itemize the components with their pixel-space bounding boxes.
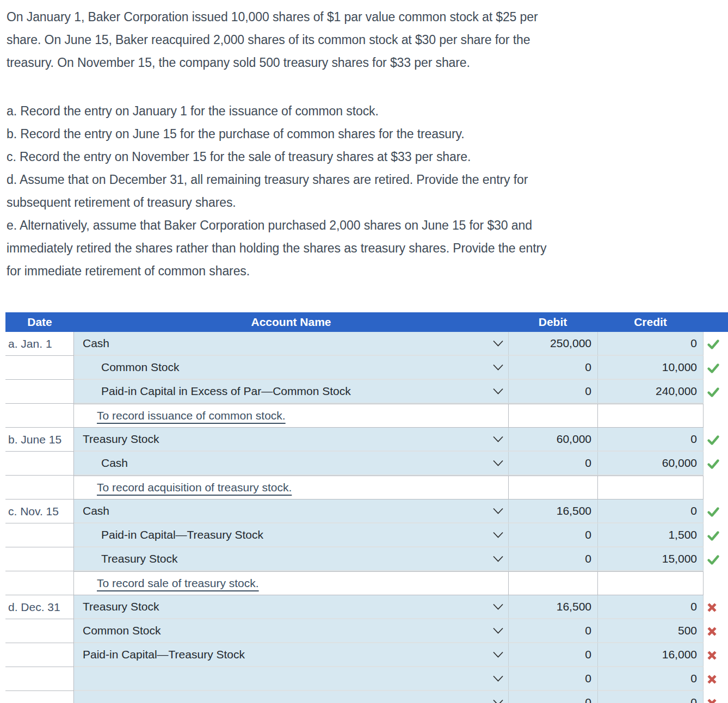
- credit-input[interactable]: 16,000: [597, 643, 704, 667]
- account-select[interactable]: Cash: [74, 332, 508, 356]
- debit-input[interactable]: 60,000: [508, 428, 597, 452]
- chevron-down-icon[interactable]: [492, 627, 504, 635]
- account-select[interactable]: Paid-in Capital—Treasury Stock: [74, 523, 508, 547]
- date-cell: [5, 476, 74, 499]
- correct-check-icon: [707, 505, 720, 518]
- debit-input[interactable]: 16,500: [508, 499, 597, 523]
- table-row: Common Stock 0 10,000: [5, 356, 728, 380]
- chevron-down-icon[interactable]: [492, 363, 504, 372]
- credit-input[interactable]: 0: [597, 667, 704, 691]
- account-select[interactable]: Cash: [74, 452, 508, 476]
- chevron-down-icon[interactable]: [492, 531, 504, 539]
- chevron-down-icon[interactable]: [492, 651, 504, 659]
- status-cell: [704, 571, 728, 595]
- correct-check-icon: [707, 529, 720, 542]
- status-cell: [704, 332, 728, 356]
- account-name: Common Stock: [101, 361, 180, 374]
- date-cell: [5, 452, 74, 476]
- debit-input[interactable]: 0: [508, 452, 597, 476]
- credit-input[interactable]: 15,000: [597, 547, 704, 571]
- account-select[interactable]: [74, 667, 508, 691]
- debit-cell-empty: [508, 404, 597, 428]
- chevron-down-icon[interactable]: [492, 507, 504, 515]
- account-select[interactable]: Treasury Stock: [74, 547, 508, 571]
- credit-input[interactable]: 0: [597, 691, 704, 703]
- debit-input[interactable]: 0: [508, 380, 597, 404]
- account-select[interactable]: Treasury Stock: [74, 428, 508, 452]
- correct-check-icon: [707, 433, 720, 446]
- column-header-account: Account Name: [74, 312, 508, 332]
- account-select[interactable]: [74, 691, 508, 703]
- memo-cell[interactable]: To record acquisition of treasury stock.: [74, 476, 508, 499]
- debit-input[interactable]: 0: [508, 643, 597, 667]
- memo-cell[interactable]: To record sale of treasury stock.: [74, 571, 508, 595]
- status-cell: [704, 547, 728, 571]
- chevron-down-icon[interactable]: [492, 435, 504, 443]
- instruction-line: c. Record the entry on November 15 for t…: [7, 145, 728, 168]
- table-row: Paid-in Capital—Treasury Stock 0 1,500: [5, 523, 728, 547]
- instruction-line: b. Record the entry on June 15 for the p…: [7, 122, 728, 145]
- credit-input[interactable]: 60,000: [597, 452, 704, 476]
- date-cell: [5, 619, 74, 643]
- table-row: b. June 15 Treasury Stock 60,000 0: [5, 428, 728, 452]
- debit-input[interactable]: 0: [508, 667, 597, 691]
- status-cell: [704, 476, 728, 499]
- account-name: Paid-in Capital—Treasury Stock: [83, 648, 245, 661]
- date-cell: d. Dec. 31: [5, 595, 74, 619]
- account-name: Treasury Stock: [83, 433, 159, 446]
- problem-instructions: a. Record the entry on January 1 for the…: [7, 100, 728, 282]
- credit-input[interactable]: 10,000: [597, 356, 704, 380]
- credit-input[interactable]: 240,000: [597, 380, 704, 404]
- debit-input[interactable]: 0: [508, 691, 597, 703]
- account-select[interactable]: Paid-in Capital—Treasury Stock: [74, 643, 508, 667]
- debit-input[interactable]: 250,000: [508, 332, 597, 356]
- debit-input[interactable]: 16,500: [508, 595, 597, 619]
- debit-input[interactable]: 0: [508, 356, 597, 380]
- incorrect-x-icon: [707, 698, 717, 703]
- account-name: Common Stock: [83, 624, 161, 637]
- debit-input[interactable]: 0: [508, 619, 597, 643]
- account-select[interactable]: Paid-in Capital in Excess of Par—Common …: [74, 380, 508, 404]
- account-select[interactable]: Common Stock: [74, 356, 508, 380]
- table-row: Paid-in Capital—Treasury Stock 0 16,000: [5, 643, 728, 667]
- chevron-down-icon[interactable]: [492, 555, 504, 563]
- credit-input[interactable]: 500: [597, 619, 704, 643]
- credit-input[interactable]: 0: [597, 428, 704, 452]
- credit-input[interactable]: 0: [597, 499, 704, 523]
- chevron-down-icon[interactable]: [492, 459, 504, 467]
- account-name: Treasury Stock: [101, 552, 177, 565]
- correct-check-icon: [707, 361, 720, 374]
- chevron-down-icon[interactable]: [492, 340, 504, 348]
- chevron-down-icon[interactable]: [492, 675, 504, 683]
- table-row-memo: To record acquisition of treasury stock.: [5, 476, 728, 499]
- account-name: Paid-in Capital—Treasury Stock: [101, 528, 263, 541]
- memo-text: To record issuance of common stock.: [97, 409, 286, 422]
- credit-input[interactable]: 0: [597, 332, 704, 356]
- status-cell: [704, 499, 728, 523]
- correct-check-icon: [707, 457, 720, 470]
- chevron-down-icon[interactable]: [492, 603, 504, 611]
- chevron-down-icon[interactable]: [492, 387, 504, 396]
- status-cell: [704, 380, 728, 404]
- date-cell: [5, 380, 74, 404]
- memo-cell[interactable]: To record issuance of common stock.: [74, 404, 508, 428]
- account-select[interactable]: Common Stock: [74, 619, 508, 643]
- debit-input[interactable]: 0: [508, 523, 597, 547]
- table-row-memo: To record sale of treasury stock.: [5, 571, 728, 595]
- credit-input[interactable]: 0: [597, 595, 704, 619]
- chevron-down-icon[interactable]: [492, 699, 504, 703]
- assignment-page: On January 1, Baker Corporation issued 1…: [0, 0, 728, 703]
- status-cell: [704, 404, 728, 428]
- account-select[interactable]: Treasury Stock: [74, 595, 508, 619]
- debit-input[interactable]: 0: [508, 547, 597, 571]
- date-cell: c. Nov. 15: [5, 499, 74, 523]
- debit-cell-empty: [508, 476, 597, 499]
- account-select[interactable]: Cash: [74, 499, 508, 523]
- account-name: Treasury Stock: [83, 600, 159, 613]
- status-cell: [704, 523, 728, 547]
- date-cell: [5, 523, 74, 547]
- problem-intro-line: share. On June 15, Baker reacquired 2,00…: [7, 28, 728, 51]
- instruction-line: e. Alternatively, assume that Baker Corp…: [7, 214, 728, 237]
- credit-input[interactable]: 1,500: [597, 523, 704, 547]
- table-row: d. Dec. 31 Treasury Stock 16,500 0: [5, 595, 728, 619]
